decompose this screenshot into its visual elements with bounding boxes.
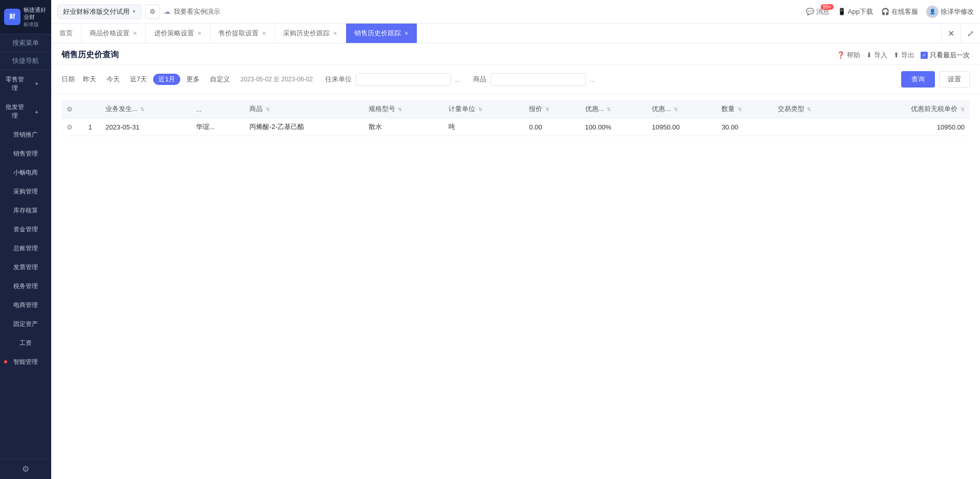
demo-label: 我要看实例演示 (174, 7, 220, 16)
version-chevron-icon: ▾ (133, 8, 136, 15)
page-content: 销售历史价查询 ❓ 帮助 ⬇ 导入 ⬆ 导出 只看最后一次 (51, 43, 980, 479)
sidebar-item-ecommerce-small[interactable]: 小畅电商 (0, 163, 51, 182)
sidebar-item-purchase[interactable]: 采购管理 (0, 182, 51, 201)
tab-home[interactable]: 首页 (51, 24, 81, 43)
sidebar-quick-nav[interactable]: 快捷导航 (0, 52, 51, 70)
sidebar-item-invoice[interactable]: 发票管理 (0, 258, 51, 277)
col-business-date-sort-icon[interactable]: ⇅ (140, 106, 144, 112)
col-discount1-sort-icon[interactable]: ⇅ (607, 106, 611, 112)
date-opt-last1m[interactable]: 近1月 (153, 74, 180, 85)
tabbar: 首页 商品价格设置 ✕ 进价策略设置 ✕ 售价提取设置 ✕ 采购历史价跟踪 ✕ … (51, 24, 980, 43)
product-more-button[interactable]: ... (590, 76, 595, 83)
tab-purchase-strategy[interactable]: 进价策略设置 ✕ (146, 24, 210, 43)
headset-icon: 🎧 (881, 8, 889, 15)
phone-icon: 📱 (838, 8, 846, 15)
only-last-checkbox-label[interactable]: 只看最后一次 (921, 51, 970, 60)
tab-close-all-button[interactable]: ✕ (941, 25, 961, 42)
version-selector[interactable]: 好业财标准版交付试用 ▾ (57, 5, 141, 19)
sidebar-item-smart[interactable]: 智能管理 (0, 353, 51, 372)
sidebar-item-marketing[interactable]: 营销推广 (0, 125, 51, 144)
col-spec-sort-icon[interactable]: ⇅ (398, 106, 402, 112)
export-button[interactable]: ⬆ 导出 (893, 51, 914, 60)
date-opt-today[interactable]: 今天 (102, 74, 124, 85)
tabbar-actions: ✕ ⤢ (941, 25, 980, 42)
messages-button[interactable]: 💬 消息 99+ (806, 7, 829, 16)
supplier-filter-label: 往来单位 (325, 75, 352, 84)
settings-button[interactable]: 设置 (939, 71, 970, 88)
date-opt-custom[interactable]: 自定义 (206, 74, 234, 85)
sidebar-settings-icon[interactable]: ⚙ (22, 465, 29, 473)
col-price-sort-icon[interactable]: ⇅ (545, 106, 549, 112)
date-opt-yesterday[interactable]: 昨天 (79, 74, 100, 85)
import-icon: ⬇ (866, 51, 872, 59)
supplier-more-button[interactable]: ... (455, 76, 461, 83)
date-opt-more[interactable]: 更多 (182, 74, 204, 85)
query-button[interactable]: 查询 (901, 71, 935, 88)
col-product-sort-icon[interactable]: ⇅ (266, 106, 270, 112)
user-menu-button[interactable]: 👤 徐泽华修改 (926, 6, 974, 18)
table-gear-icon[interactable]: ⚙ (67, 105, 73, 113)
col-pretax-price: 优惠前无税单价 ⇅ (853, 100, 970, 118)
tab-purchase-history-close-icon[interactable]: ✕ (333, 30, 337, 37)
tab-sales-history-close-icon[interactable]: ✕ (404, 30, 409, 37)
tab-price-extract-close-icon[interactable]: ✕ (262, 30, 266, 37)
tab-sales-history[interactable]: 销售历史价跟踪 ✕ (346, 24, 417, 43)
data-table: ⚙ 业务发生... ⇅ ... 商品 ⇅ (61, 100, 970, 136)
tab-sales-history-label: 销售历史价跟踪 (354, 29, 401, 38)
avatar: 👤 (926, 6, 939, 18)
supplier-input[interactable] (356, 73, 451, 86)
tab-purchase-strategy-close-icon[interactable]: ✕ (197, 30, 202, 37)
row-discount1-cell: 100.00% (580, 118, 647, 136)
sidebar-search[interactable]: 搜索菜单 (0, 34, 51, 52)
col-trade-type: 交易类型 ⇅ (773, 100, 853, 118)
online-service-button[interactable]: 🎧 在线客服 (881, 7, 918, 16)
col-num (80, 100, 100, 118)
sidebar-item-salary[interactable]: 工资 (0, 334, 51, 353)
sidebar-item-wholesale[interactable]: 批发管理 ▴ (0, 98, 51, 125)
version-label: 好业财标准版交付试用 (63, 7, 130, 16)
sidebar-item-retail[interactable]: 零售管理 ▾ (0, 70, 51, 98)
product-filter-label: 商品 (473, 75, 486, 84)
row-quantity-cell: 30.00 (716, 118, 772, 136)
demo-button[interactable]: ☁ 我要看实例演示 (164, 7, 220, 16)
tab-purchase-history[interactable]: 采购历史价跟踪 ✕ (275, 24, 346, 43)
messages-badge: 99+ (821, 4, 834, 10)
sidebar-item-fixed-assets[interactable]: 固定资产 (0, 315, 51, 334)
col-discount2-sort-icon[interactable]: ⇅ (674, 106, 678, 112)
col-unit-sort-icon[interactable]: ⇅ (478, 106, 482, 112)
sidebar-item-ledger[interactable]: 总账管理 (0, 239, 51, 258)
date-opt-last7[interactable]: 近7天 (126, 74, 151, 85)
product-input[interactable] (491, 73, 586, 86)
row-gear-icon[interactable]: ⚙ (67, 123, 73, 131)
row-spec-cell: 散水 (364, 118, 444, 136)
retail-arrow-icon: ▾ (26, 81, 47, 86)
col-pretax-sort-icon[interactable]: ⇅ (961, 106, 965, 112)
tab-expand-button[interactable]: ⤢ (961, 25, 980, 42)
tab-price-settings[interactable]: 商品价格设置 ✕ (81, 24, 146, 43)
sidebar-item-finance[interactable]: 资金管理 (0, 220, 51, 239)
import-button[interactable]: ⬇ 导入 (866, 51, 887, 60)
sidebar-item-inventory[interactable]: 库存核算 (0, 201, 51, 220)
tab-price-settings-close-icon[interactable]: ✕ (133, 30, 137, 37)
app-logo: 财 畅捷通好业财 标准版 (0, 0, 51, 34)
app-download-button[interactable]: 📱 App下载 (838, 7, 873, 16)
col-quantity-sort-icon[interactable]: ⇅ (738, 106, 742, 112)
app-download-label: App下载 (848, 7, 873, 16)
filter-area: 日期 昨天 今天 近7天 近1月 更多 自定义 2023-05-02 至 202… (51, 65, 980, 94)
table-header-row: ⚙ 业务发生... ⇅ ... 商品 ⇅ (61, 100, 970, 118)
tab-price-extract[interactable]: 售价提取设置 ✕ (210, 24, 275, 43)
topbar-settings-button[interactable]: ⚙ (145, 5, 160, 19)
sidebar-item-sales[interactable]: 销售管理 (0, 144, 51, 163)
row-gear-cell: ⚙ (61, 118, 80, 136)
sidebar-item-ecommerce[interactable]: 电商管理 (0, 296, 51, 315)
only-last-checkbox-icon (921, 52, 928, 59)
page-header: 销售历史价查询 ❓ 帮助 ⬇ 导入 ⬆ 导出 只看最后一次 (51, 43, 980, 65)
sidebar-bottom: ⚙ (0, 459, 51, 479)
col-business-date: 业务发生... ⇅ (100, 100, 191, 118)
col-trade-type-sort-icon[interactable]: ⇅ (807, 106, 811, 112)
row-num-cell: 1 (80, 118, 100, 136)
table-container: ⚙ 业务发生... ⇅ ... 商品 ⇅ (51, 94, 980, 142)
only-last-label: 只看最后一次 (930, 51, 970, 60)
help-button[interactable]: ❓ 帮助 (837, 51, 860, 60)
sidebar-item-tax[interactable]: 税务管理 (0, 277, 51, 296)
